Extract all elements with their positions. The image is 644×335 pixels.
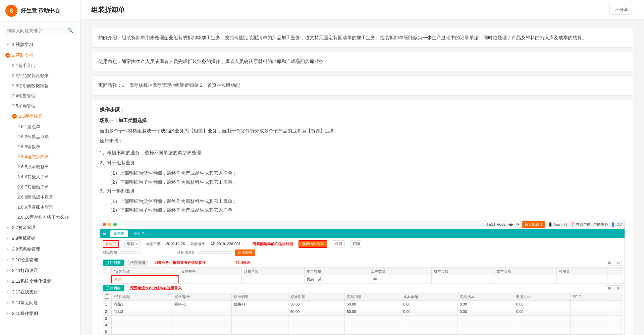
cell-spec <box>179 275 241 283</box>
sidebar-item-2-6-3[interactable]: 2.6.3调拨单 <box>0 142 80 152</box>
step3-sub2: （2）下部明细为子件明细，最终作为产成品生成其它入库单。 <box>100 206 625 215</box>
table2-container: *子件名称 规格/型号 标准明细 标准用量 实际用量 成本金额 实际成本 数量共… <box>100 293 625 335</box>
sidebar-item-2-5[interactable]: 2.5采购管理 <box>0 101 80 111</box>
date-value: 2019-12-26 <box>166 242 185 246</box>
table-row: 2 商品2 50.00 50.00 0.00 0.00 0.00 <box>103 308 622 315</box>
col-std-qty: 标准用量 <box>288 293 344 300</box>
expand-icon: ＋ <box>5 289 10 295</box>
sub-label: 2.2产品安装及登录 <box>12 73 49 79</box>
col-seid: SEID <box>571 293 609 300</box>
sidebar-item-2-6[interactable]: － 2.6库存核算 <box>0 111 80 122</box>
sidebar-item-2-10[interactable]: ＋ 2.10经营管理 <box>0 255 80 265</box>
sub-label: 2.6.3调拨单 <box>17 144 40 150</box>
process-tab-1[interactable]: 父件明细 <box>103 260 124 266</box>
sidebar-item-label: 2.12系统个性化设置 <box>12 278 51 284</box>
print-btn[interactable]: 打印 <box>350 240 362 247</box>
share-button[interactable]: ↗ 分享 <box>609 5 633 15</box>
sub-label: 2.5采购管理 <box>12 103 36 109</box>
sidebar-item-2-1[interactable]: 2.1新手入门 <box>0 61 80 71</box>
sidebar-item-2-6-6[interactable]: 2.6.6其他入库单 <box>0 172 80 182</box>
logo-icon: 6 <box>5 5 17 17</box>
app-title: 好生意 帮助中心 <box>21 7 60 14</box>
screenshot-container: TEST-H002 ◀▶ ⟳ 预置配置-1 📱 App下载 ❓ 在线帮助 帮助中… <box>100 220 625 335</box>
search-input[interactable] <box>7 28 67 33</box>
sidebar-item-2-6-1[interactable]: 2.6.1盘点单 <box>0 122 80 132</box>
user-icon: 👤 CC <box>611 222 622 227</box>
col-sub-action <box>609 293 622 300</box>
nav-icon: ◀▶ <box>508 222 514 227</box>
sub-ctrl-2[interactable]: ⊟ <box>614 285 622 291</box>
sidebar-item-2-2[interactable]: 2.2产品安装及登录 <box>0 71 80 81</box>
type-other[interactable]: 组装 ∨ <box>124 240 141 247</box>
sidebar-item-2-6-8[interactable]: 2.6.8商品成本重算 <box>0 192 80 202</box>
search-icon[interactable]: 🔍 <box>67 28 73 33</box>
sidebar-item-label: 2.9优惠券管理 <box>12 246 40 252</box>
sidebar-item-2-13[interactable]: ＋ 2.13在线支付 <box>0 287 80 297</box>
apply-bom-btn[interactable]: 应用套餐 <box>235 249 255 256</box>
col-total-qty: 数量共计 <box>514 293 570 300</box>
sub-table-header-area: 子件明细 无固定流水作业组装在这里录入 ⊞ ⊟ <box>100 283 625 293</box>
select-all-check[interactable] <box>105 269 109 273</box>
cell-unit <box>241 275 304 283</box>
cell-seq-qty: 100 <box>369 275 431 283</box>
sidebar-item-docs[interactable]: － 2.帮助文档 <box>0 50 80 61</box>
quantity-label: 成品数量 <box>103 250 117 255</box>
cell-check: 1 <box>103 275 112 283</box>
tab-new[interactable]: 新增单 <box>110 230 128 237</box>
sidebar-item-2-6-2[interactable]: 2.6.2分量盘点单 <box>0 132 80 142</box>
sidebar-item-2-14[interactable]: ＋ 2.14常见问题 <box>0 297 80 308</box>
col-check2 <box>103 293 112 300</box>
table-ctrl-1[interactable]: ⊞ <box>606 260 613 266</box>
table-ctrl-2[interactable]: ⊟ <box>614 260 622 266</box>
cell-sub-name: 商品1 <box>112 300 172 308</box>
sidebar-item-label: 1.视频学习 <box>12 42 33 48</box>
role-text: 使用角色：通常由生产人员或库管人员完成折装业务的操作，库管人员确认原材料的出库和… <box>98 59 324 64</box>
sidebar-item-2-3[interactable]: 2.3使用前数据准备 <box>0 81 80 91</box>
sidebar-item-2-6-10[interactable]: 2.6.10库存账本错了怎么办 <box>0 212 80 222</box>
sub-label: 2.6.8商品成本重算 <box>17 194 53 200</box>
sidebar-item-2-4[interactable]: 2.4销售管理 <box>0 91 80 101</box>
sidebar-item-video[interactable]: ＋ 1.视频学习 <box>0 39 80 50</box>
annotation-3: 组装业务、拆卸业务在这里切换 <box>154 260 206 265</box>
sub-tab-1[interactable]: 子件明细 <box>103 285 124 291</box>
select-bom-btn[interactable]: 选择物料清单 <box>299 240 327 248</box>
sub-ctrl-1[interactable]: ⊞ <box>606 285 613 291</box>
order-label: 单据编号 <box>190 241 205 246</box>
sidebar-item-2-6-9[interactable]: 2.6.9库存账本查询 <box>0 202 80 212</box>
sidebar-item-2-11[interactable]: ＋ 2.11打印设置 <box>0 265 80 276</box>
col-check <box>103 268 112 275</box>
save-btn[interactable]: 保存 <box>333 240 345 247</box>
table-row: 4 <box>103 322 622 328</box>
sidebar-item-2-6-7[interactable]: 2.6.7其他出库单 <box>0 182 80 192</box>
sub-table: *子件名称 规格/型号 标准明细 标准用量 实际用量 成本金额 实际成本 数量共… <box>103 293 622 335</box>
sidebar-item-2-6-4[interactable]: 2.6.4组装拆卸单 <box>0 152 80 162</box>
sidebar-item-2-8[interactable]: ＋ 2.8手机旺铺 <box>0 233 80 244</box>
tab-approval[interactable]: 审批单 <box>130 230 148 237</box>
sub-label: 2.6.9库存账本查询 <box>17 204 53 210</box>
bom-input <box>198 252 232 254</box>
intro-section: 功能介绍：组装拆卸单用来处理企业组装或拆卸等加工业务，支持有固定装配清单的产品加… <box>91 28 633 48</box>
scenario-label: 场景一：加工类型选择 <box>100 118 147 123</box>
parent-table: *父件名称 父件规格 计量单位 生产数量 工序数量 成本金额 成本金额 可用量 <box>103 268 622 283</box>
date-label: 单据日期 <box>146 241 161 246</box>
search-box[interactable]: 🔍 <box>4 26 76 35</box>
sidebar-item-2-9[interactable]: ＋ 2.9优惠券管理 <box>0 244 80 255</box>
step2: 2、对于组装业务 <box>100 158 625 167</box>
col-sub-name: *子件名称 <box>112 293 172 300</box>
sidebar-item-2-6-5[interactable]: 2.6.5成本调整单 <box>0 162 80 172</box>
sidebar-item-2-7[interactable]: ＋ 2.7资金管理 <box>0 222 80 233</box>
sidebar-item-2-12[interactable]: ＋ 2.12系统个性化设置 <box>0 276 80 287</box>
order-value: AD-20191226-001 <box>210 242 240 246</box>
process-tab-2[interactable]: 子件明细 <box>127 260 148 266</box>
table1-container: *父件名称 父件规格 计量单位 生产数量 工序数量 成本金额 成本金额 可用量 <box>100 268 625 283</box>
main-content-area: 组装拆卸单 ↗ 分享 功能介绍：组装拆卸单用来处理企业组装或拆卸等加工业务，支持… <box>80 0 644 335</box>
refresh-icon: ⟳ <box>516 222 519 227</box>
bom-field-label: 装配清单用 <box>177 250 196 255</box>
sub-label: 2.6.10库存账本错了怎么办 <box>17 214 69 220</box>
sidebar-toggle-icon[interactable]: ☰ <box>103 231 106 236</box>
type-selector[interactable]: 有物品 <box>103 240 119 248</box>
col-act-cost: 实际成本 <box>458 293 514 300</box>
select-all-check2[interactable] <box>105 294 109 299</box>
bom-btn[interactable]: 预置配置-1 <box>522 221 545 228</box>
sidebar-item-2-15[interactable]: ＋ 2.15操作案例 <box>0 308 80 319</box>
